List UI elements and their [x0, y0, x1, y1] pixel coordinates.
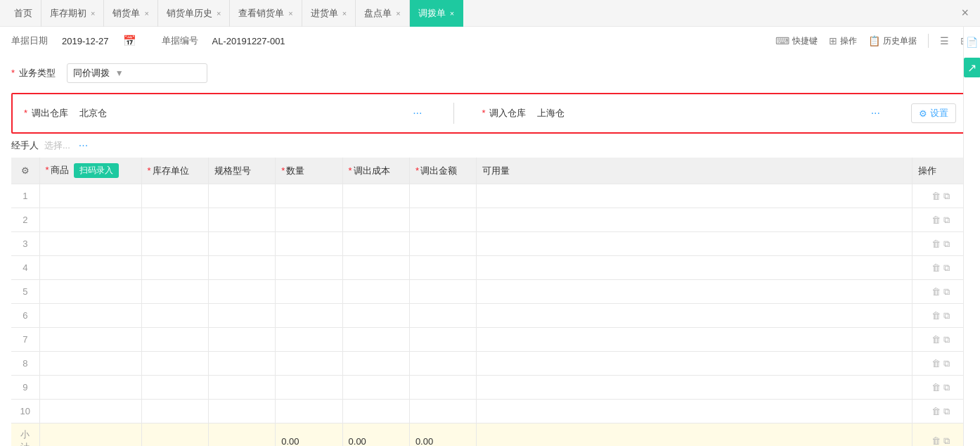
cell-quantity[interactable]	[276, 208, 342, 232]
cell-product[interactable]	[39, 280, 141, 304]
cell-product[interactable]	[39, 400, 141, 423]
tab-sales-history-close[interactable]: ×	[217, 9, 221, 18]
delete-row-button[interactable]: 🗑	[931, 215, 941, 225]
transfer-in-more[interactable]: ···	[868, 107, 883, 120]
delete-row-button[interactable]: 🗑	[931, 358, 941, 369]
date-picker-icon[interactable]: 📅	[123, 34, 136, 47]
copy-row-button[interactable]: ⧉	[943, 262, 950, 273]
cell-product[interactable]	[39, 232, 141, 256]
col-gear[interactable]: ⚙	[11, 158, 39, 184]
cell-quantity[interactable]	[276, 256, 342, 280]
business-type-select[interactable]: 同价调拨 ▼	[67, 63, 207, 83]
side-export-button[interactable]: ↗	[964, 58, 981, 77]
cell-quantity[interactable]	[276, 400, 342, 423]
tab-inventory-check[interactable]: 盘点单 ×	[356, 0, 409, 27]
cell-product[interactable]	[39, 304, 141, 328]
cell-quantity[interactable]	[276, 328, 342, 352]
settings-button[interactable]: ⚙ 设置	[911, 103, 956, 123]
tab-purchase-order-close[interactable]: ×	[342, 9, 347, 18]
tab-inventory-check-close[interactable]: ×	[396, 9, 400, 18]
table-settings-icon[interactable]: ⚙	[21, 165, 30, 176]
tab-transfer-order-close[interactable]: ×	[450, 9, 454, 18]
cell-product[interactable]	[39, 376, 141, 400]
close-window-button[interactable]: ×	[955, 6, 974, 20]
cell-cost[interactable]	[342, 232, 409, 256]
cell-quantity[interactable]	[276, 184, 342, 208]
copy-row-button[interactable]: ⧉	[943, 406, 950, 416]
delete-row-button[interactable]: 🗑	[931, 334, 941, 345]
side-notes-button[interactable]: 📄	[964, 32, 981, 52]
cell-amount[interactable]	[409, 304, 476, 328]
cell-product[interactable]	[39, 256, 141, 280]
copy-row-button[interactable]: ⧉	[943, 310, 950, 321]
cell-cost[interactable]	[342, 208, 409, 232]
cell-cost[interactable]	[342, 184, 409, 208]
cell-quantity[interactable]: 0.00	[276, 423, 342, 447]
tab-sales-order-close[interactable]: ×	[144, 9, 148, 18]
cell-cost[interactable]: 0.00	[342, 423, 409, 447]
cell-quantity[interactable]	[276, 232, 342, 256]
cell-cost[interactable]	[342, 400, 409, 423]
cell-product[interactable]	[39, 184, 141, 208]
copy-row-button[interactable]: ⧉	[943, 286, 950, 297]
cell-quantity[interactable]	[276, 280, 342, 304]
cell-amount[interactable]	[409, 328, 476, 352]
copy-row-button[interactable]: ⧉	[943, 191, 950, 201]
tab-view-sales[interactable]: 查看销货单 ×	[230, 0, 302, 27]
cell-product[interactable]	[39, 423, 141, 447]
cell-cost[interactable]	[342, 280, 409, 304]
tab-view-sales-close[interactable]: ×	[288, 9, 292, 18]
shortcut-button[interactable]: ⌨ 快捷键	[775, 35, 818, 47]
cell-amount[interactable]	[409, 184, 476, 208]
cell-amount[interactable]	[409, 352, 476, 376]
cell-cost[interactable]	[342, 376, 409, 400]
copy-row-button[interactable]: ⧉	[943, 215, 950, 225]
cell-product[interactable]	[39, 328, 141, 352]
cell-product[interactable]	[39, 352, 141, 376]
cell-quantity[interactable]	[276, 304, 342, 328]
cell-quantity[interactable]	[276, 352, 342, 376]
cell-amount[interactable]	[409, 208, 476, 232]
tab-home[interactable]: 首页	[6, 0, 41, 27]
delete-row-button[interactable]: 🗑	[931, 382, 941, 393]
delete-row-button[interactable]: 🗑	[931, 406, 941, 416]
tab-purchase-order[interactable]: 进货单 ×	[302, 0, 356, 27]
delete-row-button[interactable]: 🗑	[931, 286, 941, 297]
operation-button[interactable]: ⊞ 操作	[829, 35, 857, 47]
cell-amount[interactable]	[409, 376, 476, 400]
cell-amount[interactable]	[409, 400, 476, 423]
cell-cost[interactable]	[342, 304, 409, 328]
copy-row-button[interactable]: ⧉	[943, 334, 950, 345]
cell-cost[interactable]	[342, 328, 409, 352]
layout-list-button[interactable]: ☰	[940, 35, 949, 46]
tab-sales-order[interactable]: 销货单 ×	[104, 0, 157, 27]
transfer-out-more[interactable]: ···	[410, 107, 425, 120]
tab-transfer-order[interactable]: 调拨单 ×	[410, 0, 463, 27]
scan-button[interactable]: 扫码录入	[74, 163, 119, 178]
cell-cost[interactable]	[342, 256, 409, 280]
delete-row-button[interactable]: 🗑	[931, 435, 941, 446]
copy-row-button[interactable]: ⧉	[943, 238, 950, 249]
cell-amount[interactable]	[409, 232, 476, 256]
cell-cost[interactable]	[342, 352, 409, 376]
history-button[interactable]: 📋 历史单据	[868, 35, 917, 47]
person-select[interactable]: 选择...	[44, 139, 70, 152]
delete-row-button[interactable]: 🗑	[931, 191, 941, 201]
copy-row-button[interactable]: ⧉	[943, 382, 950, 393]
cell-amount[interactable]	[409, 256, 476, 280]
copy-row-button[interactable]: ⧉	[943, 435, 950, 446]
tab-sales-history[interactable]: 销货单历史 ×	[158, 0, 230, 27]
cell-quantity[interactable]	[276, 376, 342, 400]
warehouse-section: * 调出仓库 北京仓 ··· * 调入仓库 上海仓 ··· ⚙ 设置	[11, 93, 969, 134]
copy-row-button[interactable]: ⧉	[943, 358, 950, 369]
delete-row-button[interactable]: 🗑	[931, 238, 941, 249]
delete-row-button[interactable]: 🗑	[931, 310, 941, 321]
delete-row-button[interactable]: 🗑	[931, 262, 941, 273]
cell-unit	[141, 328, 208, 352]
cell-amount[interactable]	[409, 280, 476, 304]
cell-amount[interactable]: 0.00	[409, 423, 476, 447]
cell-product[interactable]	[39, 208, 141, 232]
tab-inventory-init-close[interactable]: ×	[91, 9, 95, 18]
tab-inventory-init[interactable]: 库存期初 ×	[41, 0, 104, 27]
person-more[interactable]: ···	[76, 139, 91, 152]
